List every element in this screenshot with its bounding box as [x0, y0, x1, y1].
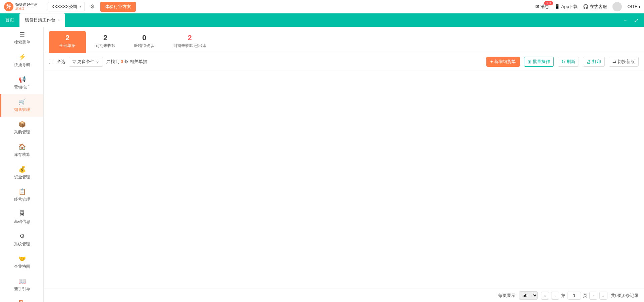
message-badge: 99+ — [544, 1, 553, 5]
sidebar-label-finance: 资金管理 — [14, 174, 30, 180]
system-icon: ⚙ — [19, 233, 25, 240]
sidebar-item-search-menu[interactable]: ☰ 搜索菜单 — [0, 27, 43, 49]
stat-tab-shipped[interactable]: 2 到期未收款 已出库 — [164, 31, 216, 53]
next-page-button[interactable]: › — [589, 292, 597, 300]
logo-text: 畅捷通好生意 标准版 — [15, 2, 38, 11]
found-num: 0 — [121, 59, 123, 64]
switch-label: 切换新版 — [618, 59, 635, 65]
add-order-button[interactable]: + 新增销货单 — [486, 57, 520, 67]
sidebar-item-purchase[interactable]: 📦 采购管理 — [0, 117, 43, 139]
sidebar-item-app-center[interactable]: 🏪 应用中心 — [0, 296, 43, 302]
sidebar-label-operation: 经营管理 — [14, 197, 30, 202]
tab-home[interactable]: 首页 — [0, 13, 19, 27]
select-all-label: 全选 — [57, 59, 65, 65]
tab-minimize-icon[interactable]: － — [621, 16, 629, 24]
filter-label: 更多条件 — [77, 59, 95, 65]
sidebar-item-marketing[interactable]: 📢 营销推广 — [0, 72, 43, 94]
batch-icon: ⊞ — [528, 59, 531, 64]
message-button[interactable]: ✉ 消息 99+ — [535, 4, 549, 10]
stat-label-pending: 旺辅待确认 — [134, 43, 154, 49]
top-header: 好 畅捷通好生意 标准版 XXXXXX公司 ▾ ⚙ 体验行业方案 ✉ 消息 99… — [0, 0, 644, 13]
sidebar-label-enterprise: 企业协同 — [14, 264, 30, 269]
sidebar-item-operation[interactable]: 📋 经营管理 — [0, 184, 43, 206]
stat-num-pending: 0 — [142, 34, 146, 42]
last-page-button[interactable]: » — [599, 292, 607, 300]
guide-icon: 📖 — [18, 278, 26, 285]
filter-chevron-icon: ∨ — [96, 59, 99, 64]
footer: 每页显示 50 100 200 « ‹ 第 页 › » 共0页,0条记录 — [44, 289, 644, 302]
sidebar-label-system: 系统管理 — [14, 241, 30, 247]
stat-tab-pending[interactable]: 0 旺辅待确认 — [125, 31, 164, 53]
page-label: 第 — [561, 293, 566, 299]
sidebar-item-guide[interactable]: 📖 新手引导 — [0, 274, 43, 296]
trial-button[interactable]: 体验行业方案 — [100, 2, 136, 12]
page-suffix: 页 — [583, 293, 587, 299]
sidebar-label-quick: 快捷导航 — [14, 62, 30, 68]
message-icon: ✉ — [535, 4, 539, 9]
stat-tab-all[interactable]: 2 全部单据 — [49, 31, 86, 53]
stat-num-shipped: 2 — [188, 34, 192, 42]
first-page-button[interactable]: « — [541, 292, 549, 300]
print-icon: 🖨 — [587, 59, 591, 64]
inventory-icon: 🏠 — [18, 143, 26, 150]
refresh-label: 刷新 — [567, 59, 575, 65]
filter-button[interactable]: ▽ 更多条件 ∨ — [69, 57, 103, 67]
tab-home-label: 首页 — [5, 17, 14, 23]
toolbar-right: + 新增销货单 ⊞ 批量操作 ↻ 刷新 🖨 打印 ⇄ 切换新版 — [486, 57, 639, 67]
tab-work[interactable]: 钱货日清工作台 × — [19, 13, 65, 27]
user-name[interactable]: OfTEn — [627, 4, 640, 9]
operation-icon: 📋 — [18, 188, 26, 195]
total-records: 共0页,0条记录 — [611, 293, 639, 299]
enterprise-icon: 🤝 — [18, 255, 26, 262]
avatar[interactable] — [612, 2, 622, 11]
logo-label: 畅捷通好生意 — [15, 2, 38, 7]
sales-icon: 🛒 — [18, 98, 26, 106]
refresh-icon: ↻ — [561, 59, 565, 64]
refresh-button[interactable]: ↻ 刷新 — [558, 57, 579, 67]
print-label: 打印 — [592, 59, 601, 65]
table-area — [44, 70, 644, 289]
stat-label-all: 全部单据 — [59, 43, 75, 49]
sidebar-item-inventory[interactable]: 🏠 库存核算 — [0, 139, 43, 162]
tab-bar-actions: － ⤢ — [621, 16, 644, 24]
sidebar-item-sales[interactable]: 🛒 销售管理 — [0, 94, 43, 117]
basic-info-icon: 🗄 — [19, 210, 25, 218]
online-service-button[interactable]: 🎧 在线客服 — [583, 4, 607, 10]
per-page-label: 每页显示 — [498, 293, 516, 299]
sidebar-item-enterprise[interactable]: 🤝 企业协同 — [0, 251, 43, 274]
logo-icon: 好 — [4, 2, 13, 11]
stat-num-all: 2 — [65, 34, 69, 42]
sidebar-item-finance[interactable]: 💰 资金管理 — [0, 162, 43, 184]
sidebar-label-marketing: 营销推广 — [14, 84, 30, 90]
finance-icon: 💰 — [18, 166, 26, 173]
prev-page-button[interactable]: ‹ — [551, 292, 559, 300]
tab-maximize-icon[interactable]: ⤢ — [632, 16, 640, 24]
chevron-down-icon: ▾ — [79, 5, 81, 8]
stat-tab-overdue[interactable]: 2 到期未收款 — [86, 31, 125, 53]
sidebar-item-system[interactable]: ⚙ 系统管理 — [0, 229, 43, 251]
tab-bar: 首页 钱货日清工作台 × － ⤢ — [0, 13, 644, 27]
select-all-checkbox[interactable] — [49, 60, 53, 64]
found-suffix: 条 相关单据 — [124, 59, 147, 64]
sidebar-label-search: 搜索菜单 — [14, 40, 30, 45]
header-right: ✉ 消息 99+ 📱 App下载 🎧 在线客服 OfTEn — [535, 2, 640, 11]
print-button[interactable]: 🖨 打印 — [583, 57, 605, 67]
settings-icon[interactable]: ⚙ — [88, 2, 97, 11]
sidebar-item-basic-info[interactable]: 🗄 基础信息 — [0, 206, 43, 229]
sidebar: ☰ 搜索菜单 ⚡ 快捷导航 📢 营销推广 🛒 销售管理 📦 采购管理 🏠 库存核… — [0, 27, 44, 302]
pagination: « ‹ 第 页 › » — [541, 292, 607, 300]
batch-button[interactable]: ⊞ 批量操作 — [524, 57, 554, 67]
per-page-select[interactable]: 50 100 200 — [519, 291, 538, 300]
company-selector[interactable]: XXXXXX公司 ▾ — [48, 2, 85, 11]
sidebar-item-quick-nav[interactable]: ⚡ 快捷导航 — [0, 49, 43, 72]
tab-close-icon[interactable]: × — [57, 18, 60, 22]
switch-version-button[interactable]: ⇄ 切换新版 — [609, 57, 639, 67]
app-download-button[interactable]: 📱 App下载 — [554, 4, 578, 10]
filter-icon: ▽ — [72, 59, 76, 64]
app-download-label: App下载 — [561, 4, 578, 10]
search-menu-icon: ☰ — [19, 31, 25, 38]
page-number-input[interactable] — [568, 292, 581, 300]
stat-num-overdue: 2 — [103, 34, 107, 42]
found-prefix: 共找到 — [106, 59, 119, 64]
download-icon: 📱 — [554, 4, 560, 9]
